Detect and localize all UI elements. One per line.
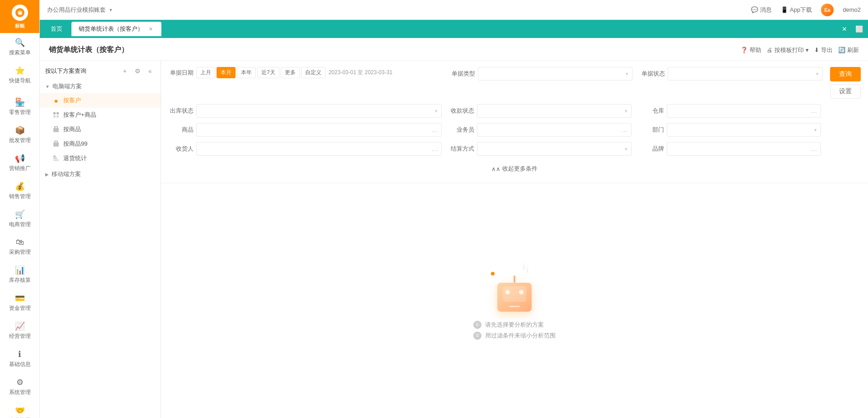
mobile-group-arrow: ▶ [45, 172, 49, 177]
filter-row-3: 商品 ... 业务员 ... [168, 123, 861, 137]
header-title: 办公用品行业模拟账套 [47, 6, 106, 14]
sidebar-item-basic-info[interactable]: ℹ 基础信息 [0, 345, 39, 373]
query-button[interactable]: 查询 [830, 67, 861, 81]
doc-status-select[interactable]: ▾ [668, 67, 823, 81]
print-btn[interactable]: 🖨 按模板打印 ▾ [767, 46, 809, 54]
goods-input[interactable]: ... [196, 123, 442, 137]
retail-icon: 🏪 [15, 97, 25, 107]
scheme-group-desktop-header[interactable]: ▼ 电脑端方案 [40, 80, 160, 93]
export-icon: ⬇ [814, 47, 819, 53]
sidebar-item-purchase[interactable]: 🛍 采购管理 [0, 233, 39, 261]
sidebar-item-sales[interactable]: 💰 销售管理 [0, 177, 39, 205]
settings-button[interactable]: 设置 [830, 84, 861, 99]
action-buttons: 查询 设置 [823, 67, 861, 99]
scheme-panel: 按以下方案查询 + ⚙ « ▼ 电脑端方案 ● 按客户 [40, 61, 161, 418]
sidebar-item-inventory[interactable]: 📊 库存核算 [0, 261, 39, 289]
brand-input[interactable]: ... [667, 142, 821, 156]
sidebar-item-wholesale[interactable]: 📦 批发管理 [0, 121, 39, 149]
date-btn-this-month[interactable]: 本月 [217, 67, 236, 78]
doc-type-select[interactable]: ▾ [478, 67, 633, 81]
scheme-item-return-stat[interactable]: 退货统计 [40, 151, 160, 166]
date-btn-more[interactable]: 更多 [281, 67, 300, 78]
smoke-2 [527, 264, 528, 273]
help-btn[interactable]: ❓ 帮助 [741, 46, 761, 54]
empty-state: ① 请先选择要分析的方案 ② 用过滤条件来缩小分析范围 [161, 183, 868, 418]
sidebar-item-finance[interactable]: 💳 资金管理 [0, 289, 39, 317]
settlement-select[interactable]: ▾ [477, 142, 631, 156]
sidebar-item-marketing[interactable]: 📢 营销推广 [0, 149, 39, 177]
tab-bar: 首页 销货单统计表（按客户） ✕ ✕ ⬜ [40, 20, 868, 38]
scheme-group-mobile-header[interactable]: ▶ 移动端方案 [40, 167, 160, 181]
sidebar-item-search-menu[interactable]: 🔍 搜索菜单 [0, 33, 39, 61]
warehouse-input[interactable]: ... [667, 104, 821, 118]
user-name[interactable]: demo2 [843, 6, 861, 13]
export-btn[interactable]: ⬇ 导出 [814, 46, 833, 54]
sidebar-item-enterprise-collab[interactable]: 🤝 企业协同 [0, 401, 39, 418]
warehouse-dots[interactable]: ... [811, 107, 817, 115]
refresh-btn[interactable]: 🔄 刷新 [838, 46, 859, 54]
date-btn-custom[interactable]: 自定义 [301, 67, 326, 78]
consignee-input[interactable]: ... [196, 142, 442, 156]
scheme-item-by-customer-goods[interactable]: 按客户+商品 [40, 108, 160, 122]
scheme-item-by-customer[interactable]: ● 按客户 [40, 93, 160, 108]
doc-type-arrow: ▾ [626, 71, 628, 77]
scheme-add-btn[interactable]: + [120, 66, 130, 76]
date-btn-last-7-days[interactable]: 近7天 [257, 67, 279, 78]
tab-sales-stat[interactable]: 销货单统计表（按客户） ✕ [71, 22, 161, 36]
inventory-icon: 📊 [15, 265, 25, 275]
consignee-dots[interactable]: ... [432, 145, 438, 153]
sidebar-item-retail[interactable]: 🏪 零售管理 [0, 93, 39, 121]
scheme-collapse-btn[interactable]: « [145, 66, 155, 76]
tab-close-btn[interactable]: ✕ [839, 24, 850, 34]
sidebar-item-operations-label: 经营管理 [9, 332, 31, 340]
scheme-panel-header: 按以下方案查询 + ⚙ « [40, 66, 160, 80]
scheme-item-by-goods[interactable]: 按商品 [40, 122, 160, 137]
scheme-item-by-goods-99[interactable]: 按商品99 [40, 137, 160, 151]
scheme-item-cg-icon [52, 111, 60, 119]
scheme-settings-btn[interactable]: ⚙ [132, 66, 142, 76]
department-select[interactable]: ▾ [667, 123, 821, 137]
app-download-btn[interactable]: 📱 App下载 [781, 6, 812, 14]
scheme-panel-title: 按以下方案查询 [45, 67, 86, 75]
sidebar-item-quick-nav[interactable]: ⭐ 快捷导航 [0, 61, 39, 89]
robot-eye-right [519, 290, 524, 294]
sidebar-item-ecommerce[interactable]: 🛒 电商管理 [0, 205, 39, 233]
out-status-select[interactable]: ▾ [196, 104, 442, 118]
sidebar-item-system[interactable]: ⚙ 系统管理 [0, 373, 39, 401]
operations-icon: 📈 [15, 321, 25, 331]
message-btn[interactable]: 💬 消息 [751, 6, 772, 14]
header-dropdown-icon[interactable]: ▾ [109, 7, 112, 13]
tab-home[interactable]: 首页 [43, 22, 70, 36]
sidebar-item-wholesale-label: 批发管理 [9, 137, 31, 144]
receipt-status-select[interactable]: ▾ [477, 104, 631, 118]
content-header: 销货单统计表（按客户） ❓ 帮助 🖨 按模板打印 ▾ ⬇ 导出 🔄 刷新 [40, 38, 868, 61]
settlement-label: 结算方式 [449, 145, 474, 153]
basic-info-icon: ℹ [18, 349, 21, 359]
tab-restore-btn[interactable]: ⬜ [854, 24, 864, 34]
sidebar: 畅 标账 🔍 搜索菜单 ⭐ 快捷导航 🏪 零售管理 📦 批发管理 📢 营销推广 … [0, 0, 40, 418]
sidebar-item-operations[interactable]: 📈 经营管理 [0, 317, 39, 345]
salesperson-dots[interactable]: ... [621, 126, 627, 134]
date-btn-last-month[interactable]: 上月 [196, 67, 215, 78]
brand-dots[interactable]: ... [811, 145, 817, 153]
tab-close-icon[interactable]: ✕ [147, 25, 154, 33]
goods-dots[interactable]: ... [432, 126, 438, 134]
date-btn-this-year[interactable]: 本年 [237, 67, 256, 78]
ecommerce-icon: 🛒 [15, 209, 25, 219]
avatar[interactable]: Ea [821, 4, 834, 16]
help-label: 帮助 [750, 46, 761, 54]
sidebar-item-finance-label: 资金管理 [9, 304, 31, 312]
message-icon: 💬 [751, 6, 758, 13]
sidebar-item-marketing-label: 营销推广 [9, 165, 31, 172]
scheme-item-return-stat-label: 退货统计 [63, 154, 87, 162]
collapse-btn[interactable]: ∧∧ 收起更多条件 [486, 163, 543, 175]
salesperson-input[interactable]: ... [477, 123, 631, 137]
empty-hint-1-text: 请先选择要分析的方案 [485, 321, 544, 329]
filter-cell-salesperson: 业务员 ... [442, 123, 631, 137]
filter-cell-receipt-status: 收款状态 ▾ [442, 104, 631, 118]
filter-cell-out-status: 出库状态 ▾ [168, 104, 442, 118]
brand-label: 品牌 [639, 145, 664, 153]
doc-type-label: 单据类型 [450, 70, 475, 78]
app-download-icon: 📱 [781, 6, 788, 13]
empty-illustration [487, 262, 542, 312]
